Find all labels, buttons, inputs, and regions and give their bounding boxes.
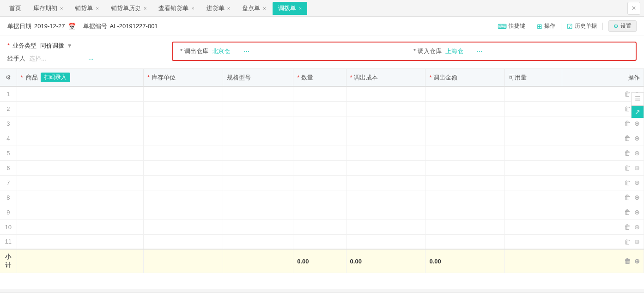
cell-unit[interactable] — [143, 101, 223, 116]
cell-available[interactable] — [505, 101, 562, 116]
main-close-button[interactable]: × — [627, 2, 640, 15]
cell-available[interactable] — [505, 190, 562, 205]
cell-unit[interactable] — [143, 175, 223, 190]
cell-product[interactable] — [17, 146, 143, 160]
copy-row-icon[interactable]: ⊕ — [634, 164, 640, 171]
cell-product[interactable] — [17, 175, 143, 190]
cell-quantity[interactable] — [293, 131, 346, 146]
copy-row-icon[interactable]: ⊕ — [634, 149, 640, 157]
handler-more-btn[interactable]: ··· — [88, 55, 94, 62]
cell-quantity[interactable] — [293, 146, 346, 160]
operations-btn[interactable]: ⊞ 操作 — [537, 22, 555, 30]
cell-transfer-amount[interactable] — [425, 220, 505, 234]
cell-transfer-cost[interactable] — [346, 160, 425, 175]
transfer-out-more-btn[interactable]: ··· — [243, 47, 249, 55]
delete-row-icon[interactable]: 🗑 — [624, 194, 631, 201]
tab-purchase-order-close[interactable]: × — [227, 6, 230, 11]
cell-transfer-amount[interactable] — [425, 116, 505, 131]
delete-row-icon[interactable]: 🗑 — [624, 105, 631, 112]
cell-transfer-cost[interactable] — [346, 101, 425, 116]
tab-inventory-check[interactable]: 盘点单 × — [237, 2, 271, 15]
transfer-in-more-btn[interactable]: ··· — [477, 47, 483, 55]
cell-unit[interactable] — [143, 146, 223, 160]
cell-transfer-cost[interactable] — [346, 190, 425, 205]
cell-product[interactable] — [17, 205, 143, 220]
tab-sales-order-close[interactable]: × — [96, 6, 98, 11]
cell-quantity[interactable] — [293, 160, 346, 175]
cell-spec[interactable] — [223, 146, 293, 160]
tab-sales-history-close[interactable]: × — [144, 6, 146, 11]
delete-row-icon[interactable]: 🗑 — [624, 238, 631, 245]
cell-product[interactable] — [17, 131, 143, 146]
delete-row-icon[interactable]: 🗑 — [624, 208, 631, 216]
cell-available[interactable] — [505, 146, 562, 160]
cell-transfer-cost[interactable] — [346, 146, 425, 160]
cell-product[interactable] — [17, 116, 143, 131]
cell-quantity[interactable] — [293, 86, 346, 101]
cell-quantity[interactable] — [293, 116, 346, 131]
subtotal-delete-icon[interactable]: 🗑 — [624, 257, 631, 265]
cell-transfer-cost[interactable] — [346, 116, 425, 131]
cell-unit[interactable] — [143, 205, 223, 220]
tab-inventory-init[interactable]: 库存期初 × — [28, 2, 68, 15]
copy-row-icon[interactable]: ⊕ — [634, 223, 640, 231]
cell-transfer-cost[interactable] — [346, 234, 425, 249]
cell-transfer-cost[interactable] — [346, 220, 425, 234]
cell-transfer-amount[interactable] — [425, 146, 505, 160]
copy-row-icon[interactable]: ⊕ — [634, 238, 640, 245]
copy-row-icon[interactable]: ⊕ — [634, 120, 640, 127]
cell-available[interactable] — [505, 234, 562, 249]
delete-row-icon[interactable]: 🗑 — [624, 134, 631, 142]
delete-row-icon[interactable]: 🗑 — [624, 120, 631, 127]
cell-spec[interactable] — [223, 190, 293, 205]
cell-transfer-amount[interactable] — [425, 86, 505, 101]
tab-sales-order[interactable]: 销货单 × — [69, 2, 104, 15]
cell-transfer-amount[interactable] — [425, 131, 505, 146]
cell-unit[interactable] — [143, 131, 223, 146]
copy-row-icon[interactable]: ⊕ — [634, 179, 640, 186]
tab-view-sales-close[interactable]: × — [191, 6, 194, 11]
cell-unit[interactable] — [143, 190, 223, 205]
handler-select[interactable]: 选择... — [29, 55, 85, 63]
cell-transfer-amount[interactable] — [425, 205, 505, 220]
tab-transfer-close[interactable]: × — [299, 6, 302, 11]
cell-quantity[interactable] — [293, 175, 346, 190]
settings-btn[interactable]: ⚙ 设置 — [608, 20, 637, 32]
subtotal-copy-icon[interactable]: ⊕ — [634, 257, 640, 265]
history-btn[interactable]: ☑ 历史单据 — [567, 22, 597, 30]
cell-product[interactable] — [17, 220, 143, 234]
copy-row-icon[interactable]: ⊕ — [634, 208, 640, 216]
delete-row-icon[interactable]: 🗑 — [624, 90, 631, 98]
cell-spec[interactable] — [223, 160, 293, 175]
cell-spec[interactable] — [223, 86, 293, 101]
cell-quantity[interactable] — [293, 190, 346, 205]
tab-transfer[interactable]: 调拨单 × — [273, 2, 307, 15]
business-type-select[interactable]: 同价调拨 ▼ — [40, 42, 96, 50]
cell-quantity[interactable] — [293, 234, 346, 249]
cell-spec[interactable] — [223, 234, 293, 249]
copy-row-icon[interactable]: ⊕ — [634, 194, 640, 201]
cell-spec[interactable] — [223, 131, 293, 146]
tab-purchase-order[interactable]: 进货单 × — [201, 2, 236, 15]
tab-inventory-check-close[interactable]: × — [263, 6, 266, 11]
scan-btn[interactable]: 扫码录入 — [41, 73, 70, 82]
cell-available[interactable] — [505, 160, 562, 175]
tab-inventory-init-close[interactable]: × — [60, 6, 63, 11]
shortcuts-btn[interactable]: ⌨ 快捷键 — [498, 22, 525, 30]
delete-row-icon[interactable]: 🗑 — [624, 149, 631, 157]
cell-transfer-cost[interactable] — [346, 86, 425, 101]
cell-spec[interactable] — [223, 220, 293, 234]
cell-spec[interactable] — [223, 116, 293, 131]
cell-transfer-cost[interactable] — [346, 131, 425, 146]
cell-available[interactable] — [505, 116, 562, 131]
delete-row-icon[interactable]: 🗑 — [624, 179, 631, 186]
cell-available[interactable] — [505, 220, 562, 234]
tab-sales-history[interactable]: 销货单历史 × — [105, 2, 152, 15]
cell-unit[interactable] — [143, 234, 223, 249]
cell-unit[interactable] — [143, 86, 223, 101]
cell-transfer-cost[interactable] — [346, 205, 425, 220]
cell-available[interactable] — [505, 205, 562, 220]
cell-product[interactable] — [17, 160, 143, 175]
cell-product[interactable] — [17, 86, 143, 101]
cell-spec[interactable] — [223, 175, 293, 190]
